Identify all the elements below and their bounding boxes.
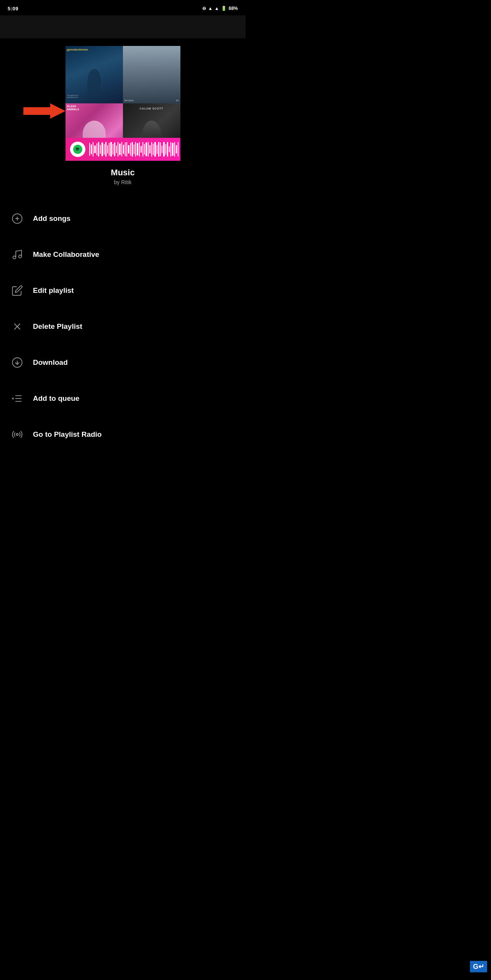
status-icons: ⊖ ▲ ▲ 🔋 68%	[202, 6, 238, 11]
playlist-title: Music	[111, 168, 134, 178]
status-time: 5:09	[8, 6, 18, 11]
add-to-queue-label: Add to queue	[33, 394, 79, 403]
playlist-by: by Ritik	[114, 179, 132, 185]
do-not-disturb-icon: ⊖	[202, 6, 206, 11]
menu-item-go-to-radio[interactable]: Go to Playlist Radio	[8, 416, 238, 452]
playlist-cover-wrapper: gymclassheroes. THE PAPERCUTCHRONICLES I…	[65, 46, 180, 161]
menu-item-make-collaborative[interactable]: Make Collaborative	[8, 237, 238, 273]
download-label: Download	[33, 358, 68, 367]
music-note-icon	[8, 245, 27, 264]
delete-playlist-label: Delete Playlist	[33, 322, 82, 331]
menu-item-edit-playlist[interactable]: Edit playlist	[8, 273, 238, 309]
signal-icon: ▲	[214, 6, 219, 11]
wifi-icon: ▲	[208, 6, 213, 11]
svg-point-5	[13, 256, 16, 259]
svg-point-16	[16, 434, 18, 436]
svg-point-6	[19, 255, 22, 258]
battery-percent: 68%	[229, 6, 238, 11]
go-to-radio-label: Go to Playlist Radio	[33, 430, 101, 439]
menu-item-delete-playlist[interactable]: Delete Playlist	[8, 309, 238, 345]
playlist-header: gymclassheroes. THE PAPERCUTCHRONICLES I…	[0, 38, 246, 189]
make-collaborative-label: Make Collaborative	[33, 250, 99, 259]
x-icon	[8, 317, 27, 336]
plus-circle-icon	[8, 209, 27, 228]
menu-item-download[interactable]: Download	[8, 345, 238, 381]
menu-list: Add songs Make Collaborative Edit playli…	[0, 201, 246, 452]
add-songs-label: Add songs	[33, 214, 70, 223]
spotify-logo	[70, 142, 85, 157]
red-arrow-indicator	[23, 103, 65, 119]
spotify-code-bar	[65, 138, 180, 161]
radio-icon	[8, 425, 27, 444]
battery-icon: 🔋	[221, 6, 227, 11]
pencil-icon	[8, 281, 27, 300]
status-bar: 5:09 ⊖ ▲ ▲ 🔋 68%	[0, 0, 246, 15]
add-to-queue-icon	[8, 389, 27, 408]
edit-playlist-label: Edit playlist	[33, 286, 74, 295]
album-cover-gymclassheroes: gymclassheroes. THE PAPERCUTCHRONICLES I…	[65, 46, 123, 103]
menu-item-add-songs[interactable]: Add songs	[8, 201, 238, 237]
top-blur-area	[0, 15, 246, 38]
spotify-barcode	[89, 142, 178, 157]
download-circle-icon	[8, 353, 27, 372]
album-cover-liampayne: liam payne lp1	[123, 46, 180, 103]
menu-item-add-to-queue[interactable]: Add to queue	[8, 381, 238, 416]
svg-marker-0	[23, 103, 65, 119]
